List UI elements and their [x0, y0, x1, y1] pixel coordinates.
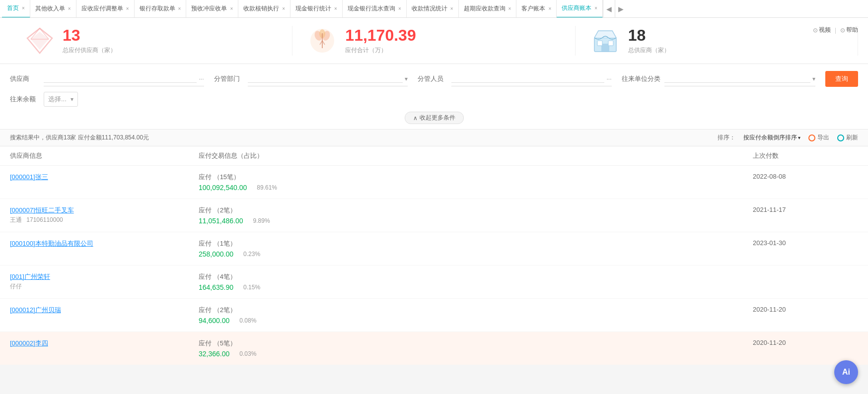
- nav-tab-overdue-ar-close[interactable]: ×: [508, 6, 511, 11]
- amount-3[interactable]: 258,000.00: [199, 250, 233, 258]
- person-filter-select[interactable]: ···: [451, 71, 612, 86]
- nav-tab-cash-bank-stat[interactable]: 现金银行统计 ×: [290, 0, 343, 18]
- transaction-cell-2: 应付 （2笔） 11,051,486.00 9.89%: [199, 206, 753, 225]
- nav-tab-customer-book[interactable]: 客户账本 ×: [516, 0, 557, 18]
- category-filter-select[interactable]: ▾: [664, 71, 816, 86]
- supplier-input[interactable]: [44, 75, 197, 83]
- supplier-link-3[interactable]: [000100]本特勤油品有限公司: [10, 240, 93, 247]
- supplier-filter-label: 供应商: [10, 74, 40, 83]
- supplier-code-3: [000100]: [10, 240, 35, 247]
- supplier-code-1: [000001]: [10, 173, 35, 181]
- nav-tab-advance-offset[interactable]: 预收冲应收单 ×: [186, 0, 238, 18]
- person-input[interactable]: [451, 75, 604, 83]
- transaction-cell-6: 应付 （5笔） 32,366.00 0.03%: [199, 339, 753, 358]
- table-row: [000001]张三 应付 （15笔） 100,092,540.00 89.61…: [0, 166, 868, 199]
- payable-amount-number: 11,170.39: [345, 27, 416, 44]
- amount-1[interactable]: 100,092,540.00: [199, 184, 247, 192]
- nav-tab-cash-flow-close[interactable]: ×: [398, 6, 401, 11]
- nav-tab-ar-ap-adjust[interactable]: 应收应付调整单 ×: [76, 0, 135, 18]
- supplier-code-2: [000007]: [10, 206, 35, 214]
- nav-tab-ar-ap-adjust-label: 应收应付调整单: [81, 4, 123, 13]
- supplier-link-6[interactable]: [000002]李四: [10, 339, 48, 347]
- lastpay-date-5: 2020-11-20: [753, 306, 786, 313]
- supplier-name-2: 恒旺二手叉车: [35, 206, 74, 214]
- nav-tab-advance-offset-close[interactable]: ×: [230, 6, 233, 11]
- supplier-cell-2: [000007]恒旺二手叉车 王通 17106110000: [10, 206, 199, 224]
- supplier-name-4: 广州荣轩: [24, 273, 50, 280]
- amount-5[interactable]: 94,600.00: [199, 317, 229, 325]
- sort-label: 排序：: [718, 133, 735, 142]
- nav-tab-cash-flow[interactable]: 现金银行流水查询 ×: [343, 0, 407, 18]
- supplier-link-2[interactable]: [000007]恒旺二手叉车: [10, 206, 74, 214]
- nav-tab-customer-book-label: 客户账本: [521, 4, 545, 13]
- filter-row-1: 供应商 ··· 分管部门 ▾ 分管人员 ··· 往来单位分类 ▾: [10, 71, 858, 87]
- person-ellipsis-icon: ···: [606, 75, 611, 82]
- supplier-link-1[interactable]: [000001]张三: [10, 173, 48, 181]
- pay-label-2: 应付 （2笔）: [199, 206, 753, 215]
- nav-tab-payment-stat-close[interactable]: ×: [450, 6, 453, 11]
- person-filter: 分管人员 ···: [418, 71, 612, 86]
- category-input[interactable]: [664, 75, 811, 83]
- supplier-filter-select[interactable]: ···: [44, 71, 204, 86]
- search-button[interactable]: 查询: [825, 71, 858, 87]
- table-row: [000007]恒旺二手叉车 王通 17106110000 应付 （2笔） 11…: [0, 199, 868, 232]
- nav-tab-ar-ap-adjust-close[interactable]: ×: [126, 6, 129, 11]
- supplier-name-3: 本特勤油品有限公司: [35, 240, 93, 247]
- department-input[interactable]: [248, 75, 403, 83]
- refresh-label: 刷新: [846, 133, 858, 142]
- table-header: 供应商信息 应付交易信息（占比） 上次付数: [0, 146, 868, 166]
- nav-tab-cash-bank-stat-close[interactable]: ×: [334, 6, 337, 11]
- supplier-name-5: 广州贝瑞: [35, 306, 61, 314]
- supplier-link-5[interactable]: [000012]广州贝瑞: [10, 306, 61, 314]
- amount-2[interactable]: 11,051,486.00: [199, 217, 243, 225]
- nav-tab-home-close[interactable]: ×: [22, 5, 25, 11]
- sort-select[interactable]: 按应付余额倒序排序 ▾: [743, 133, 800, 142]
- table-row: [000012]广州贝瑞 应付 （2笔） 94,600.00 0.08% 202…: [0, 299, 868, 332]
- nav-prev-arrow[interactable]: ◀: [603, 0, 615, 18]
- supplier-link-4[interactable]: [001]广州荣轩: [10, 273, 50, 280]
- nav-tab-bank-deposit-close[interactable]: ×: [178, 6, 181, 11]
- nav-tab-other-income[interactable]: 其他收入单 ×: [30, 0, 76, 18]
- percent-5: 0.08%: [239, 317, 256, 324]
- nav-tab-supplier-book-close[interactable]: ×: [594, 5, 597, 11]
- balance-filter: 往来余额 选择... ▾: [10, 92, 109, 107]
- balance-select[interactable]: 选择... ▾: [44, 92, 78, 107]
- nav-tab-overdue-ar[interactable]: 超期应收款查询 ×: [459, 0, 517, 18]
- filter-section: 供应商 ··· 分管部门 ▾ 分管人员 ··· 往来单位分类 ▾: [0, 64, 868, 130]
- transaction-cell-1: 应付 （15笔） 100,092,540.00 89.61%: [199, 173, 753, 192]
- category-filter: 往来单位分类 ▾: [622, 71, 816, 86]
- total-suppliers-info: 18 总供应商（家）: [628, 27, 670, 55]
- department-filter-select[interactable]: ▾: [248, 71, 408, 86]
- sort-value: 按应付余额倒序排序: [743, 133, 797, 142]
- diamond-icon: [25, 26, 55, 56]
- amount-4[interactable]: 164,635.90: [199, 283, 233, 291]
- help-link[interactable]: 帮助: [846, 26, 858, 34]
- nav-tab-bank-deposit[interactable]: 银行存取款单 ×: [135, 0, 187, 18]
- nav-tab-payment-verify[interactable]: 收款核销执行 ×: [238, 0, 290, 18]
- nav-tab-payment-verify-close[interactable]: ×: [282, 6, 285, 11]
- video-link[interactable]: 视频: [819, 26, 831, 34]
- export-button[interactable]: 导出: [808, 133, 829, 142]
- supplier-cell-6: [000002]李四: [10, 339, 199, 348]
- refresh-button[interactable]: 刷新: [837, 133, 858, 142]
- lastpay-date-3: 2023-01-30: [753, 239, 786, 247]
- amount-6[interactable]: 32,366.00: [199, 350, 229, 358]
- nav-tab-payment-stat[interactable]: 收款情况统计 ×: [407, 0, 459, 18]
- lastpay-date-2: 2021-11-17: [753, 206, 786, 213]
- results-right: 排序： 按应付余额倒序排序 ▾ 导出 刷新: [718, 133, 858, 142]
- nav-tab-bank-deposit-label: 银行存取款单: [140, 4, 175, 13]
- nav-tab-customer-book-close[interactable]: ×: [548, 6, 551, 11]
- supplier-contact-2: 王通 17106110000: [10, 216, 199, 224]
- collapse-button[interactable]: ∧ 收起更多条件: [405, 112, 464, 124]
- department-filter-label: 分管部门: [214, 74, 244, 83]
- nav-next-arrow[interactable]: ▶: [615, 0, 627, 18]
- balance-placeholder: 选择...: [48, 95, 67, 104]
- nav-tab-supplier-book[interactable]: 供应商账本 ×: [557, 0, 603, 18]
- percent-3: 0.23%: [243, 251, 260, 258]
- nav-tab-home[interactable]: 首页 ×: [2, 0, 30, 18]
- percent-1: 89.61%: [257, 184, 277, 191]
- table-row: [001]广州荣轩 仔仔 应付 （4笔） 164,635.90 0.15%: [0, 265, 868, 299]
- supplier-cell-5: [000012]广州贝瑞: [10, 306, 199, 315]
- nav-tab-other-income-close[interactable]: ×: [68, 6, 71, 11]
- nav-tab-payment-verify-label: 收款核销执行: [243, 4, 279, 13]
